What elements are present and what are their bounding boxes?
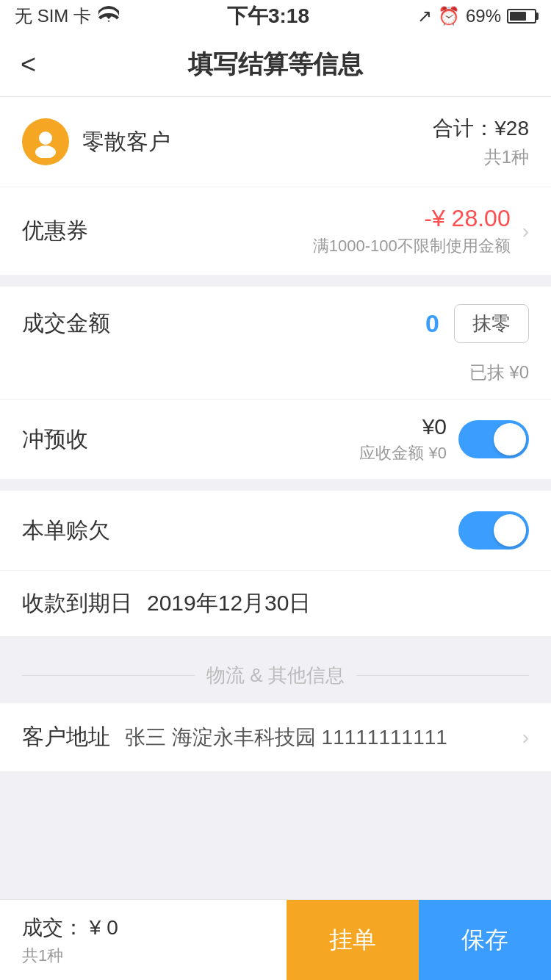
due-value: 2019年12月30日 xyxy=(147,588,311,619)
round-button[interactable]: 抹零 xyxy=(454,304,529,343)
due-date-row: 收款到期日 2019年12月30日 xyxy=(0,570,551,636)
customer-section: 零散客户 合计：¥28 共1种 优惠券 -¥ 28.00 满1000-100不限… xyxy=(0,97,551,275)
nav-bar: < 填写结算等信息 xyxy=(0,32,551,97)
avatar xyxy=(22,118,69,165)
no-sim-text: 无 SIM 卡 xyxy=(15,4,91,28)
page-title: 填写结算等信息 xyxy=(188,48,363,82)
status-left: 无 SIM 卡 xyxy=(15,4,119,28)
bottom-bar: 成交： ¥ 0 共1种 挂单 保存 xyxy=(0,899,551,980)
customer-right: 合计：¥28 共1种 xyxy=(433,115,529,169)
coupon-label: 优惠券 xyxy=(22,216,88,246)
bottom-count: 共1种 xyxy=(22,945,264,967)
transaction-section: 成交金额 0 抹零 已抹 ¥0 冲预收 ¥0 应收金额 ¥0 xyxy=(0,287,551,479)
transaction-label: 成交金额 xyxy=(22,309,110,339)
prepay-receivable: 应收金额 ¥0 xyxy=(359,442,447,464)
coupon-right: -¥ 28.00 满1000-100不限制使用金额 › xyxy=(313,205,529,257)
address-label: 客户地址 xyxy=(22,722,110,752)
coupon-amount: -¥ 28.00 xyxy=(313,205,511,232)
coupon-desc: 满1000-100不限制使用金额 xyxy=(313,235,511,257)
address-value: 张三 海淀永丰科技园 11111111111 xyxy=(125,724,522,752)
credit-row: 本单赊欠 xyxy=(0,491,551,570)
status-right: ↗ ⏰ 69% xyxy=(417,6,536,26)
customer-name: 零散客户 xyxy=(82,127,170,157)
battery-icon xyxy=(507,9,536,24)
status-time: 下午3:18 xyxy=(227,2,309,30)
bottom-total-value: ¥ 0 xyxy=(90,916,118,939)
transaction-right: 0 抹零 xyxy=(425,304,529,343)
prepay-toggle[interactable] xyxy=(458,420,529,458)
divider-line: 物流 & 其他信息 xyxy=(22,663,529,688)
customer-left: 零散客户 xyxy=(22,118,170,165)
total-amount: 合计：¥28 xyxy=(433,115,529,143)
item-count: 共1种 xyxy=(433,145,529,169)
credit-toggle-knob xyxy=(494,514,526,547)
battery-percent: 69% xyxy=(466,6,501,26)
transaction-row: 成交金额 0 抹零 xyxy=(0,287,551,361)
location-icon: ↗ xyxy=(417,6,432,26)
address-section: 客户地址 张三 海淀永丰科技园 11111111111 › xyxy=(0,703,551,771)
status-bar: 无 SIM 卡 下午3:18 ↗ ⏰ 69% xyxy=(0,0,551,32)
coupon-row[interactable]: 优惠券 -¥ 28.00 满1000-100不限制使用金额 › xyxy=(0,187,551,275)
hold-button[interactable]: 挂单 xyxy=(287,900,419,980)
svg-point-1 xyxy=(35,145,56,158)
prepay-amount-block: ¥0 应收金额 ¥0 xyxy=(359,414,447,464)
content: 零散客户 合计：¥28 共1种 优惠券 -¥ 28.00 满1000-100不限… xyxy=(0,97,551,871)
prepay-row: 冲预收 ¥0 应收金额 ¥0 xyxy=(0,399,551,479)
chevron-right-icon: › xyxy=(522,220,529,243)
due-label: 收款到期日 xyxy=(22,588,132,619)
customer-row: 零散客户 合计：¥28 共1种 xyxy=(0,97,551,187)
transaction-amount: 0 xyxy=(425,309,439,338)
prepay-right: ¥0 应收金额 ¥0 xyxy=(359,414,529,464)
credit-label: 本单赊欠 xyxy=(22,516,110,546)
address-chevron-icon: › xyxy=(522,726,529,749)
wifi-icon xyxy=(98,6,119,26)
save-button[interactable]: 保存 xyxy=(419,900,551,980)
address-row[interactable]: 客户地址 张三 海淀永丰科技园 11111111111 › xyxy=(0,703,551,771)
divider-text: 物流 & 其他信息 xyxy=(206,663,345,688)
credit-section: 本单赊欠 收款到期日 2019年12月30日 xyxy=(0,491,551,636)
back-button[interactable]: < xyxy=(21,49,36,80)
svg-point-0 xyxy=(39,131,52,145)
deducted-text: 已抹 ¥0 xyxy=(0,361,551,399)
credit-toggle[interactable] xyxy=(458,511,529,550)
bottom-info: 成交： ¥ 0 共1种 xyxy=(0,900,287,980)
prepay-label: 冲预收 xyxy=(22,425,88,455)
logistics-divider: 物流 & 其他信息 xyxy=(0,648,551,703)
prepay-amount: ¥0 xyxy=(359,414,447,439)
alarm-icon: ⏰ xyxy=(438,6,460,26)
toggle-knob xyxy=(494,423,526,455)
bottom-total-label: 成交： xyxy=(22,916,84,939)
bottom-total: 成交： ¥ 0 xyxy=(22,914,264,942)
coupon-value: -¥ 28.00 满1000-100不限制使用金额 xyxy=(313,205,511,257)
